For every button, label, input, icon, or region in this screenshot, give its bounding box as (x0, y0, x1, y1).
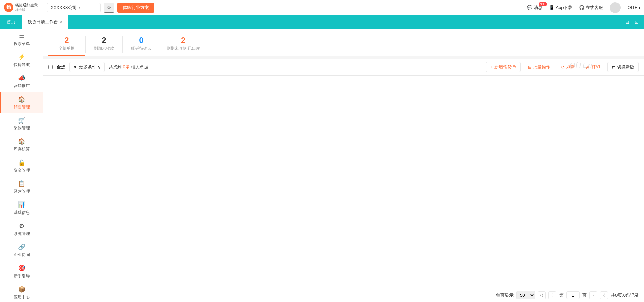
page-first-button[interactable]: ⟨⟨ (538, 291, 546, 299)
user-name[interactable]: OfTEn (627, 5, 640, 10)
page-next-button[interactable]: ⟩ (589, 291, 597, 299)
experience-button[interactable]: 体验行业方案 (117, 3, 154, 13)
switch-label: 切换新版 (617, 64, 634, 70)
sidebar-item-system[interactable]: ⚙ 系统管理 (0, 219, 43, 240)
per-page-label: 每页显示 (496, 292, 514, 298)
purchase-icon: 🛒 (18, 117, 25, 124)
sidebar-item-quick-nav[interactable]: ⚡ 快捷导航 (0, 50, 43, 71)
app-download-action[interactable]: 📱 App下载 (549, 5, 572, 11)
sidebar-item-enterprise[interactable]: 🔗 企业协同 (0, 240, 43, 261)
inventory-icon: 🏠 (18, 138, 25, 145)
enterprise-icon: 🔗 (18, 243, 25, 251)
top-header: 畅 畅捷通好生意 标准版 XXXXXX公司 ▾ ⚙ 体验行业方案 💬 消息 99… (0, 0, 644, 15)
sidebar-item-marketing[interactable]: 📣 营销推广 (0, 71, 43, 92)
stat-num-overdue-out: 2 (181, 36, 185, 45)
sidebar-item-inventory[interactable]: 🏠 库存核算 (0, 134, 43, 156)
batch-op-button[interactable]: ⊞ 批量操作 (525, 62, 554, 72)
tab-controls: ⊟ ⊡ (623, 18, 644, 26)
avatar[interactable] (610, 2, 621, 13)
batch-icon: ⊞ (528, 65, 532, 70)
tab-home[interactable]: 首页 (0, 15, 22, 29)
refresh-icon: ↺ (561, 65, 565, 70)
print-label: 打印 (591, 64, 600, 70)
add-icon: + (490, 65, 493, 70)
sidebar-item-search-menu[interactable]: ☰ 搜索菜单 (0, 29, 43, 50)
sidebar-item-guide[interactable]: 🎯 新手引导 (0, 261, 43, 282)
page-input[interactable] (566, 291, 580, 299)
stat-label-pending: 旺铺待确认 (131, 46, 151, 51)
sidebar-item-label: 库存核算 (14, 146, 30, 152)
company-dropdown-arrow: ▾ (79, 6, 80, 9)
content-area: 2 全部单据 2 到期未收款 0 旺铺待确认 2 到期未收款 已出库 全选 (43, 29, 644, 302)
sidebar-item-label: 销售管理 (14, 104, 30, 110)
new-sales-button[interactable]: + 新增销货单 (486, 62, 521, 72)
sidebar-item-finance[interactable]: 🔒 资金管理 (0, 156, 43, 177)
new-sales-label: 新增销货单 (494, 64, 516, 70)
header-right: 💬 消息 99+ 📱 App下载 🎧 在线客服 OfTEn (527, 2, 640, 13)
sidebar-item-sales[interactable]: 🏠 销售管理 (0, 92, 43, 113)
online-service-icon: 🎧 (579, 5, 584, 10)
base-info-icon: 📊 (18, 201, 25, 208)
app-download-label: App下载 (556, 5, 572, 11)
app-center-icon: 📦 (18, 286, 25, 293)
print-icon: 🖨 (586, 65, 590, 70)
filter-icon: ▼ (73, 65, 77, 70)
tab-minimize-button[interactable]: ⊟ (623, 18, 631, 26)
messages-action[interactable]: 💬 消息 99+ (527, 5, 542, 11)
messages-badge: 99+ (539, 2, 547, 6)
company-selector[interactable]: XXXXXX公司 ▾ (47, 3, 101, 12)
logo-area: 畅 畅捷通好生意 标准版 (4, 3, 47, 12)
app-download-icon: 📱 (549, 5, 554, 10)
sidebar-item-purchase[interactable]: 🛒 采购管理 (0, 113, 43, 134)
online-service-label: 在线客服 (586, 5, 603, 11)
message-icon: 💬 (527, 5, 532, 10)
select-all-label: 全选 (57, 64, 65, 70)
stat-tab-overdue[interactable]: 2 到期未收款 (86, 33, 122, 56)
tab-bar: 首页 钱货日清工作台 × ⊟ ⊡ (0, 15, 644, 29)
tab-close-icon[interactable]: × (60, 20, 62, 24)
toolbar: 全选 ▼ 更多条件 ∨ 共找到 0条 相关单据 + 新增销货单 ⊞ 批量操作 (43, 59, 644, 76)
online-service-action[interactable]: 🎧 在线客服 (579, 5, 603, 11)
system-icon: ⚙ (19, 222, 24, 230)
sidebar-item-base-info[interactable]: 📊 基础信息 (0, 198, 43, 219)
sidebar-item-label: 基础信息 (14, 210, 30, 216)
page-size-select[interactable]: 50 100 200 (516, 291, 535, 299)
page-label: 第 (559, 292, 564, 298)
sidebar-item-label: 采购管理 (14, 125, 30, 131)
stat-num-all: 2 (64, 36, 69, 45)
sidebar-item-label: 经营管理 (14, 189, 30, 194)
stat-label-all: 全部单据 (59, 46, 75, 51)
sidebar-item-operation[interactable]: 📋 经营管理 (0, 177, 43, 198)
stat-tab-all[interactable]: 2 全部单据 (48, 33, 85, 56)
tab-maximize-button[interactable]: ⊡ (633, 18, 641, 26)
stat-tab-pending[interactable]: 0 旺铺待确认 (123, 33, 160, 56)
stat-num-pending: 0 (139, 36, 143, 45)
total-label: 共0页,0条记录 (611, 292, 639, 298)
table-area (43, 76, 644, 288)
sidebar-item-label: 资金管理 (14, 168, 30, 173)
guide-icon: 🎯 (18, 264, 25, 272)
stat-tab-overdue-out[interactable]: 2 到期未收款 已出库 (160, 33, 207, 56)
print-button[interactable]: 🖨 打印 (582, 62, 603, 72)
company-name: XXXXXX公司 (51, 5, 77, 11)
logo-text: 畅捷通好生意 (15, 3, 38, 7)
sidebar-item-label: 新手引导 (14, 273, 30, 279)
select-all-checkbox[interactable] (48, 65, 53, 69)
stat-num-overdue: 2 (102, 36, 106, 45)
page-prev-button[interactable]: ⟨ (548, 291, 556, 299)
tab-active[interactable]: 钱货日清工作台 × (22, 15, 68, 29)
finance-icon: 🔒 (18, 159, 25, 166)
pagination-bar: 每页显示 50 100 200 ⟨⟨ ⟨ 第 页 ⟩ ⟩⟩ 共0页,0条记录 (43, 288, 644, 302)
sidebar-item-app-center[interactable]: 📦 应用中心 (0, 282, 43, 302)
refresh-button[interactable]: ↺ 刷新 (558, 62, 578, 72)
page-last-button[interactable]: ⟩⟩ (600, 291, 608, 299)
sidebar: ☰ 搜索菜单 ⚡ 快捷导航 📣 营销推广 🏠 销售管理 🛒 采购管理 🏠 库存核… (0, 29, 43, 302)
page-label-end: 页 (582, 292, 587, 298)
switch-button[interactable]: ⇄ 切换新版 (607, 62, 639, 72)
logo-icon: 畅 (4, 3, 13, 12)
more-filter-button[interactable]: ▼ 更多条件 ∨ (69, 62, 105, 72)
settings-button[interactable]: ⚙ (104, 3, 114, 13)
switch-icon: ⇄ (612, 65, 615, 70)
search-menu-icon: ☰ (19, 32, 24, 40)
more-filter-label: 更多条件 (79, 64, 96, 70)
